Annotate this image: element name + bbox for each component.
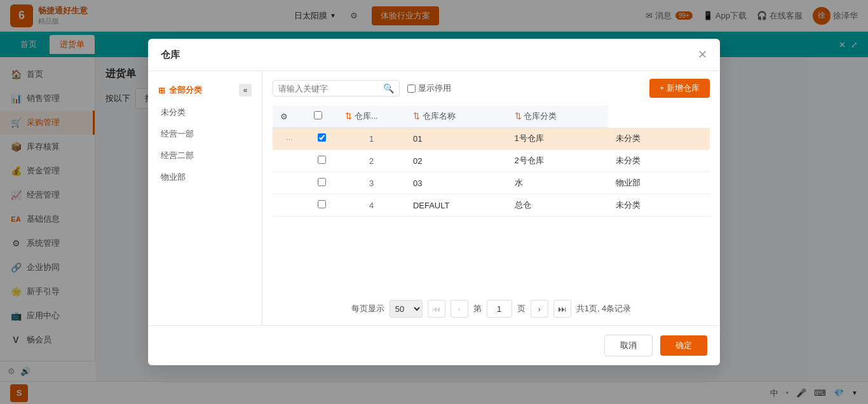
row-category-cell: 未分类: [608, 128, 710, 150]
search-icon[interactable]: 🔍: [383, 83, 394, 93]
modal-title: 仓库: [161, 49, 180, 61]
row-check-cell[interactable]: [306, 194, 337, 217]
page-number-input[interactable]: [487, 300, 512, 318]
last-page-button[interactable]: ⏭: [553, 300, 571, 318]
row-more-icon[interactable]: ···: [286, 134, 293, 144]
next-page-button[interactable]: ›: [531, 300, 548, 318]
row-code-cell: 01: [405, 128, 507, 150]
new-warehouse-button[interactable]: + 新增仓库: [649, 79, 710, 98]
category-item-uncategorized[interactable]: 未分类: [148, 102, 262, 123]
row-name-cell: 水: [507, 172, 609, 194]
col-header-gear: ⚙: [273, 105, 306, 128]
row-num-cell: 3: [337, 172, 405, 194]
cancel-button[interactable]: 取消: [604, 335, 653, 356]
col-label-name: 仓库名称: [423, 111, 456, 121]
category-item-ops1[interactable]: 经营一部: [148, 123, 262, 145]
row-gear-cell: [273, 172, 306, 194]
row-gear-cell: [273, 150, 306, 172]
page-label: 第: [473, 303, 482, 314]
modal-overlay: 仓库 ✕ ⊞ 全部分类 « 未分类 经营一部 经营二部 物业部: [0, 0, 868, 404]
row-code-cell: 02: [405, 150, 507, 172]
row-category-cell: 未分类: [608, 150, 710, 172]
search-input[interactable]: [278, 84, 383, 93]
sort-icon-name: ⇅: [413, 111, 420, 121]
row-category-cell: 物业部: [608, 172, 710, 194]
row-check-cell[interactable]: [306, 172, 337, 194]
row-category-cell: 未分类: [608, 194, 710, 217]
modal-close-button[interactable]: ✕: [698, 48, 707, 62]
col-header-check: [306, 105, 337, 128]
row-name-cell: 总仓: [507, 194, 609, 217]
category-item-ops2[interactable]: 经营二部: [148, 145, 262, 166]
row-check-cell[interactable]: [306, 128, 337, 150]
table-row: 4 DEFAULT 总仓 未分类: [273, 194, 710, 217]
modal-header: 仓库 ✕: [148, 39, 720, 71]
pagination: 每页显示 50 10 20 100 ⏮ ‹ 第 页 › ⏭ 共1页, 4条记录: [273, 292, 710, 318]
row-checkbox[interactable]: [318, 200, 326, 208]
row-checkbox[interactable]: [318, 178, 326, 186]
modal-footer: 取消 确定: [148, 325, 720, 365]
show-disabled-label: 显示停用: [418, 83, 451, 94]
sort-icon-code: ⇅: [345, 111, 352, 121]
sort-icon-cat: ⇅: [515, 111, 522, 121]
table-area: 🔍 显示停用 + 新增仓库 ⚙ ⇅: [262, 71, 720, 325]
per-page-select[interactable]: 50 10 20 100: [390, 300, 423, 318]
table-header-row: ⚙ ⇅ 仓库... ⇅ 仓库名称 ⇅: [273, 105, 710, 128]
all-categories-button[interactable]: ⊞ 全部分类 «: [148, 79, 262, 102]
table-row: 2 02 2号仓库 未分类: [273, 150, 710, 172]
warehouse-table: ⚙ ⇅ 仓库... ⇅ 仓库名称 ⇅: [273, 105, 710, 217]
warehouse-modal: 仓库 ✕ ⊞ 全部分类 « 未分类 经营一部 经营二部 物业部: [148, 39, 720, 365]
all-categories-label: 全部分类: [169, 84, 202, 96]
prev-page-button[interactable]: ‹: [451, 300, 468, 318]
row-gear-cell: ···: [273, 128, 306, 150]
table-row: ··· 1 01 1号仓库 未分类: [273, 128, 710, 150]
collapse-icon[interactable]: «: [239, 84, 252, 97]
row-checkbox[interactable]: [318, 133, 326, 142]
row-num-cell: 1: [337, 128, 405, 150]
confirm-button[interactable]: 确定: [660, 335, 707, 356]
row-code-cell: 03: [405, 172, 507, 194]
show-disabled-checkbox[interactable]: [407, 84, 416, 93]
row-name-cell: 2号仓库: [507, 150, 609, 172]
modal-body: ⊞ 全部分类 « 未分类 经营一部 经营二部 物业部 🔍: [148, 71, 720, 325]
row-gear-cell: [273, 194, 306, 217]
row-num-cell: 2: [337, 150, 405, 172]
col-header-category: ⇅ 仓库分类: [507, 105, 609, 128]
row-num-cell: 4: [337, 194, 405, 217]
col-label-code: 仓库...: [355, 111, 378, 121]
gear-col-icon[interactable]: ⚙: [280, 112, 288, 121]
per-page-label: 每页显示: [351, 303, 384, 314]
row-checkbox[interactable]: [318, 156, 326, 164]
show-disabled-checkbox-label[interactable]: 显示停用: [407, 83, 451, 94]
col-header-code: ⇅ 仓库...: [337, 105, 405, 128]
category-item-property[interactable]: 物业部: [148, 166, 262, 188]
row-name-cell: 1号仓库: [507, 128, 609, 150]
col-label-category: 仓库分类: [524, 111, 557, 121]
row-code-cell: DEFAULT: [405, 194, 507, 217]
search-box[interactable]: 🔍: [273, 80, 400, 97]
row-check-cell[interactable]: [306, 150, 337, 172]
grid-icon: ⊞: [158, 86, 165, 95]
select-all-checkbox[interactable]: [314, 111, 322, 119]
col-header-name: ⇅ 仓库名称: [405, 105, 507, 128]
table-toolbar: 🔍 显示停用 + 新增仓库: [273, 79, 710, 98]
total-info: 共1页, 4条记录: [576, 303, 632, 314]
table-row: 3 03 水 物业部: [273, 172, 710, 194]
category-sidebar: ⊞ 全部分类 « 未分类 经营一部 经营二部 物业部: [148, 71, 262, 325]
page-suffix: 页: [517, 303, 526, 314]
first-page-button[interactable]: ⏮: [428, 300, 445, 318]
